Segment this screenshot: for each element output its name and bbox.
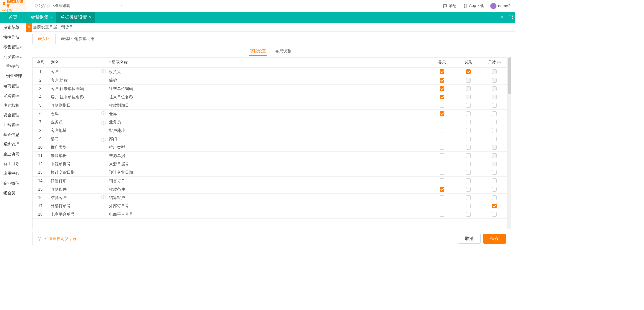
checkbox-required[interactable] [466, 195, 471, 200]
checkbox-required[interactable] [466, 204, 471, 208]
checkbox-required[interactable] [466, 69, 471, 74]
close-icon[interactable]: × [89, 15, 91, 20]
tab-1[interactable]: 单据模板设置× [56, 12, 95, 23]
fullscreen-button[interactable] [506, 12, 515, 23]
checkbox-required[interactable] [466, 111, 471, 116]
sidebar-item-13[interactable]: 应用中心 [0, 169, 26, 178]
checkbox-readonly[interactable] [492, 187, 497, 192]
checkbox-show[interactable] [440, 111, 444, 116]
sidebar-item-0[interactable]: 搜索菜单 [0, 23, 26, 33]
checkbox-required[interactable] [466, 153, 471, 158]
checkbox-show[interactable] [440, 86, 444, 91]
display-name-cell[interactable]: 预计交货日期 [106, 168, 429, 176]
expand-button[interactable]: + [101, 120, 106, 125]
checkbox-show[interactable] [440, 137, 444, 141]
sidebar-item-15[interactable]: 畅会员 [0, 188, 26, 198]
checkbox-show[interactable] [440, 103, 444, 108]
checkbox-readonly[interactable] [492, 128, 497, 133]
checkbox-show[interactable] [440, 78, 444, 83]
checkbox-readonly[interactable] [492, 212, 497, 217]
display-name-cell[interactable]: 电商平台单号 [106, 210, 429, 218]
section-tab-0[interactable]: 表头区 [32, 34, 56, 44]
checkbox-readonly[interactable] [492, 137, 497, 141]
display-name-cell[interactable]: 结算客户 [106, 194, 429, 202]
checkbox-show[interactable] [440, 95, 444, 99]
checkbox-required[interactable] [466, 120, 471, 124]
scrollbar-thumb[interactable] [508, 57, 511, 94]
display-name-cell[interactable]: 收款到期日 [106, 101, 429, 109]
checkbox-show[interactable] [440, 170, 444, 175]
sidebar-item-12[interactable]: 新手引导 [0, 159, 26, 169]
expand-button[interactable]: + [101, 69, 106, 74]
display-name-cell[interactable]: 简称 [106, 76, 429, 84]
sidebar-item-8[interactable]: 经营管理 [0, 120, 26, 130]
cancel-button[interactable]: 取消 [458, 234, 481, 244]
checkbox-required[interactable] [466, 162, 471, 166]
display-name-cell[interactable]: 外部订单号 [106, 202, 429, 210]
checkbox-required[interactable] [466, 145, 471, 150]
checkbox-show[interactable] [440, 187, 444, 192]
checkbox-show[interactable] [440, 153, 444, 158]
tab-0[interactable]: 销货退货× [26, 12, 56, 23]
expand-button[interactable]: + [101, 111, 106, 116]
checkbox-show[interactable] [440, 69, 444, 74]
checkbox-readonly[interactable] [492, 103, 497, 108]
sidebar-subitem-3-0[interactable]: 营销推广 [0, 62, 26, 71]
sidebar-item-3[interactable]: 批发管理▲ [0, 52, 26, 62]
close-icon[interactable]: × [50, 15, 53, 20]
checkbox-show[interactable] [440, 162, 444, 166]
checkbox-show[interactable] [440, 204, 444, 208]
checkbox-show[interactable] [440, 178, 444, 183]
checkbox-readonly[interactable] [492, 170, 497, 175]
sub-tab-0[interactable]: 字段设置 [249, 47, 267, 56]
sidebar-item-11[interactable]: 企业协同 [0, 149, 26, 159]
checkbox-readonly[interactable] [492, 120, 497, 124]
sidebar-item-5[interactable]: 采购管理 [0, 91, 26, 101]
display-name-cell[interactable]: 客户地址 [106, 126, 429, 135]
display-name-cell[interactable]: 收款条件 [106, 185, 429, 193]
account-selector[interactable]: 办公品行业模拟账套 ﹀ [34, 3, 124, 9]
sidebar-item-7[interactable]: 资金管理 [0, 110, 26, 120]
checkbox-show[interactable] [440, 212, 444, 217]
display-name-cell[interactable]: 业务员 [106, 118, 429, 126]
display-name-cell[interactable]: 仓库 [106, 110, 429, 118]
expand-button[interactable]: + [101, 137, 106, 142]
checkbox-readonly[interactable] [492, 178, 497, 183]
sidebar-subitem-3-1[interactable]: 销售管理 [0, 71, 26, 81]
expand-button[interactable]: + [101, 195, 106, 200]
sidebar-item-6[interactable]: 库存核算 [0, 101, 26, 110]
checkbox-required[interactable] [466, 170, 471, 175]
checkbox-required[interactable] [466, 187, 471, 192]
checkbox-required[interactable] [466, 128, 471, 133]
user-menu[interactable]: demo2 [490, 3, 511, 9]
checkbox-show[interactable] [440, 128, 444, 133]
checkbox-show[interactable] [440, 145, 444, 150]
checkbox-show[interactable] [440, 195, 444, 200]
manage-custom-fields-link[interactable]: ? 管理自定义字段 [37, 236, 77, 242]
sidebar-item-4[interactable]: 电商管理 [0, 81, 26, 91]
display-name-cell[interactable]: 推广类型 [106, 143, 429, 151]
help-icon[interactable]: ? [497, 61, 501, 65]
checkbox-required[interactable] [466, 137, 471, 141]
section-tab-1[interactable]: 表体区-销货单明细 [55, 34, 100, 44]
display-name-cell[interactable]: 来源单据号 [106, 160, 429, 168]
close-all-tabs-button[interactable] [498, 12, 506, 23]
display-name-cell[interactable]: 往来单位编码 [106, 85, 429, 93]
collapse-context-button[interactable] [26, 23, 32, 32]
tab-home[interactable]: 首页 [0, 12, 26, 23]
sidebar-item-2[interactable]: 零售管理▼ [0, 42, 26, 52]
checkbox-show[interactable] [440, 120, 444, 124]
display-name-cell[interactable]: 部门 [106, 135, 429, 143]
checkbox-readonly[interactable] [492, 204, 497, 208]
app-download-button[interactable]: App下载 [463, 3, 484, 9]
sidebar-item-14[interactable]: 企业微信 [0, 178, 26, 188]
display-name-cell[interactable]: 往来单位名称 [106, 93, 429, 101]
sidebar-item-9[interactable]: 基础信息 [0, 130, 26, 140]
display-name-cell[interactable]: 收货人 [106, 68, 429, 76]
checkbox-readonly[interactable] [492, 111, 497, 116]
sidebar-item-10[interactable]: 系统管理 [0, 140, 26, 149]
checkbox-readonly[interactable] [492, 195, 497, 200]
sidebar-item-1[interactable]: 快捷导航 [0, 33, 26, 42]
messages-button[interactable]: 消息 [443, 3, 457, 9]
display-name-cell[interactable]: 来源单据 [106, 152, 429, 160]
